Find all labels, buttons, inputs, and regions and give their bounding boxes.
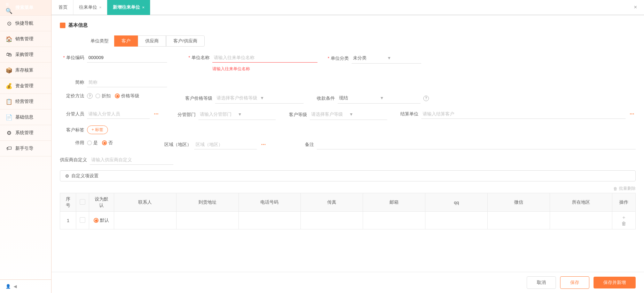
save-and-new-button[interactable]: 保存并新增 — [594, 277, 636, 288]
tab-home-label: 首页 — [58, 4, 68, 10]
sidebar-item-operations[interactable]: 📋 经营管理 — [0, 94, 51, 109]
tab-new-partner[interactable]: 新增往来单位 × — [107, 0, 150, 15]
select-all-checkbox[interactable] — [80, 199, 85, 205]
unit-name-input[interactable] — [212, 53, 317, 63]
sidebar-item-system[interactable]: ⚙ 系统管理 — [0, 125, 51, 141]
row-default-radio[interactable]: 默认 — [93, 217, 110, 223]
payment-terms-field: 收款条件 现结 ▼ ? — [311, 93, 429, 104]
remark-field: 备注 — [290, 140, 636, 149]
disable-no[interactable]: 否 — [102, 140, 113, 146]
sidebar-item-quick-nav[interactable]: ⊙ 快捷导航 — [0, 16, 51, 31]
tab-partner-close[interactable]: × — [99, 5, 101, 9]
custom-settings-button[interactable]: ⚙ 自定义项设置 — [60, 170, 636, 181]
chevron-down-icon: ▼ — [238, 112, 274, 117]
guide-icon: 🏷 — [6, 145, 13, 152]
pricing-method-label: 定价方法 — [60, 93, 84, 99]
unit-category-label: 单位分类 — [324, 55, 349, 62]
sidebar-item-inventory[interactable]: 📦 库存核算 — [0, 63, 51, 78]
finance-icon: 💰 — [6, 82, 13, 89]
row-radio-circle — [94, 218, 99, 223]
customer-level-select[interactable]: 请选择客户等级 ▼ — [310, 109, 387, 120]
unit-type-customer[interactable]: 客户 — [114, 35, 138, 47]
short-name-input[interactable] — [87, 78, 167, 87]
row-fax[interactable] — [301, 212, 363, 229]
row-checkbox[interactable] — [80, 217, 85, 223]
customer-price-label: 客户价格等级 — [185, 95, 212, 101]
unit-type-supplier[interactable]: 供应商 — [138, 35, 166, 47]
tab-new-partner-close[interactable]: × — [142, 5, 144, 9]
payment-terms-select[interactable]: 现结 ▼ — [338, 93, 421, 104]
contact-input[interactable] — [118, 218, 173, 223]
col-default: 设为默认 — [89, 193, 114, 212]
settlement-more-btn[interactable]: ··· — [628, 111, 636, 117]
unit-category-select[interactable]: 未分类 ▼ — [352, 53, 421, 64]
row-no: 1 — [60, 212, 76, 229]
payment-help-icon[interactable]: ? — [423, 96, 429, 101]
wechat-input[interactable] — [491, 218, 546, 223]
row-add-btn[interactable]: ＋ — [620, 214, 628, 221]
row-address[interactable] — [176, 212, 238, 229]
tag-field: 客户标签 + 标签 — [60, 125, 636, 134]
form-area: 基本信息 单位类型 客户 供应商 客户/供应商 单位编码 单位名称 — [52, 15, 644, 272]
pricing-radio-level[interactable]: 价格等级 — [115, 93, 139, 99]
region-more-btn[interactable]: ··· — [260, 141, 267, 148]
radio-yes-circle — [87, 140, 92, 145]
pricing-help-icon[interactable]: ? — [87, 93, 93, 99]
sidebar-item-label: 搜索菜单 — [15, 5, 33, 11]
qq-input[interactable] — [429, 218, 484, 223]
row-contact[interactable] — [114, 212, 176, 229]
operations-icon: 📋 — [6, 98, 13, 105]
region-input[interactable] — [194, 140, 257, 149]
form-footer: 取消 保存 保存并新增 — [52, 272, 644, 293]
sidebar-item-guide[interactable]: 🏷 新手引导 — [0, 141, 51, 156]
row-email[interactable] — [363, 212, 425, 229]
sidebar-item-finance[interactable]: 💰 资金管理 — [0, 78, 51, 94]
contact-table: 序号 设为默认 联系人 到货地址 电话号码 传真 邮箱 qq 微信 所在地区 操… — [60, 193, 636, 229]
save-button[interactable]: 保存 — [560, 276, 589, 289]
disable-yes[interactable]: 是 — [87, 140, 98, 146]
manager-more-btn[interactable]: ··· — [152, 111, 160, 117]
pricing-radio-discount[interactable]: 折扣 — [95, 93, 111, 99]
system-icon: ⚙ — [6, 129, 13, 136]
address-input[interactable] — [180, 218, 235, 223]
settlement-field: 结算单位 ··· — [394, 109, 636, 119]
sidebar-item-basic-info[interactable]: 📄 基础信息 — [0, 109, 51, 125]
window-close-button[interactable]: × — [628, 4, 643, 10]
sidebar-item-label: 库存核算 — [15, 67, 33, 73]
sidebar-item-purchase[interactable]: 🛍 采购管理 — [0, 47, 51, 63]
row-region[interactable] — [550, 212, 612, 229]
sidebar-bottom: 👤 ◀ — [0, 279, 51, 293]
dept-select[interactable]: 请输入分管部门 ▼ — [198, 109, 276, 120]
fax-input[interactable] — [304, 218, 359, 223]
customer-price-field: 客户价格等级 请选择客户价格等级 ▼ — [185, 93, 304, 104]
batch-delete-label[interactable]: 批量删除 — [619, 186, 636, 192]
unit-code-input[interactable] — [87, 53, 167, 63]
supplier-custom-input[interactable] — [90, 155, 173, 165]
add-tag-button[interactable]: + 标签 — [87, 125, 108, 134]
sidebar-item-sales[interactable]: 🏠 销售管理 — [0, 31, 51, 47]
row-region-input[interactable] — [553, 218, 608, 223]
disable-yes-label: 是 — [93, 140, 98, 146]
row-delete-btn[interactable]: 🗑 — [620, 220, 628, 227]
sidebar-item-search[interactable]: ≡🔍 搜索菜单 — [0, 0, 51, 16]
remark-input[interactable] — [317, 140, 636, 149]
unit-type-both[interactable]: 客户/供应商 — [166, 35, 205, 47]
customer-level-placeholder: 请选择客户等级 — [311, 111, 348, 117]
tab-home[interactable]: 首页 — [53, 0, 73, 15]
row-action: ＋ 🗑 — [612, 212, 635, 229]
purchase-icon: 🛍 — [6, 51, 13, 58]
manager-input[interactable] — [87, 109, 150, 119]
customer-price-select[interactable]: 请选择客户价格等级 ▼ — [215, 93, 304, 104]
phone-input[interactable] — [242, 218, 297, 223]
row-wechat[interactable] — [488, 212, 550, 229]
tab-partner[interactable]: 往来单位 × — [73, 0, 107, 15]
cancel-button[interactable]: 取消 — [527, 276, 556, 289]
email-input[interactable] — [367, 218, 422, 223]
settlement-input[interactable] — [421, 109, 626, 119]
row-qq[interactable] — [425, 212, 488, 229]
sidebar-item-label: 采购管理 — [15, 51, 33, 58]
form-row-supplier-custom: 供应商自定义 — [60, 155, 636, 165]
inventory-icon: 📦 — [6, 67, 13, 74]
sidebar-collapse-icon[interactable]: ◀ — [14, 284, 17, 289]
row-phone[interactable] — [238, 212, 301, 229]
